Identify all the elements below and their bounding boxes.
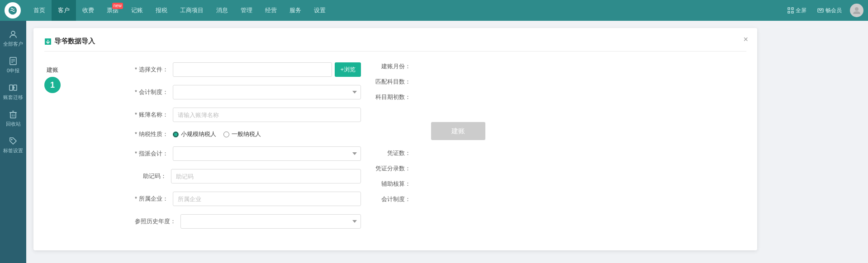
auxiliary-label: 辅助核算： [375,180,415,188]
declare-icon [9,56,18,66]
company-input[interactable] [173,192,361,206]
auxiliary-row: 辅助核算： [375,180,542,188]
fullscreen-icon [787,7,794,14]
nav-items: 首页 客户 收费 票据 new 记账 报税 工商项目 消息 管理 经营 服务 设… [27,0,785,21]
radio-general-taxpayer[interactable]: 一般纳税人 [223,130,261,138]
nav-service[interactable]: 服务 [283,0,308,21]
assign-accountant-label: * 指派会计： [135,150,173,158]
import-icon [44,38,52,45]
period-initial-row: 科目期初数： [375,93,542,101]
memo-code-label: 助记码： [135,172,171,180]
nav-setting[interactable]: 设置 [308,0,332,21]
nav-tax[interactable]: 报税 [149,0,174,21]
match-subjects-label: 匹配科目数： [375,78,415,86]
nav-home[interactable]: 首页 [27,0,52,21]
reference-year-row: 参照历史年度： [135,214,361,229]
svg-point-19 [11,139,13,141]
svg-point-7 [11,31,15,35]
reference-year-label: 参照历史年度： [135,217,180,225]
tax-type-label: * 纳税性质： [135,130,173,138]
sidebar: 全部客户 0申报 账套迁移 回收站 标签设置 [0,21,26,263]
sidebar-item-trash[interactable]: 回收站 [0,105,26,132]
accounting-system-label: * 会计制度： [135,88,173,96]
memo-code-input[interactable] [171,169,361,183]
tax-type-radio-group: 小规模纳税人 一般纳税人 [173,130,361,138]
svg-rect-13 [14,85,17,90]
tag-icon [9,136,18,146]
nav-manage[interactable]: 管理 [234,0,259,21]
ledger-name-input[interactable] [173,108,361,122]
form-right: 建账月份： 匹配科目数： 科目期初数： 建账 凭证数： [361,62,542,237]
svg-point-6 [855,7,859,11]
trash-icon [9,110,18,119]
voucher-entries-row: 凭证分录数： [375,164,542,173]
vip-icon [817,7,824,14]
nav-customer[interactable]: 客户 [52,0,76,21]
radio-general-input[interactable] [223,132,229,137]
accounting-system-select[interactable] [173,85,361,99]
sidebar-item-tags[interactable]: 标签设置 [0,132,26,159]
assign-accountant-select[interactable] [173,146,361,161]
company-label: * 所属企业： [135,195,173,203]
new-badge: new [112,3,123,9]
memo-code-row: 助记码： [135,169,361,183]
nav-fee[interactable]: 收费 [76,0,100,21]
svg-rect-4 [792,11,793,13]
form-layout: 建账 1 * 选择文件： +浏览 * 会计制度： [44,62,746,237]
assign-accountant-row: * 指派会计： [135,146,361,161]
select-file-group: +浏览 [173,62,361,77]
nav-message[interactable]: 消息 [210,0,234,21]
svg-rect-14 [10,113,16,118]
user-icon [9,30,18,39]
step-1: 建账 1 [44,66,61,93]
form-middle: * 选择文件： +浏览 * 会计制度： * 账簿名称： [135,62,361,237]
form-step-indicator: 建账 1 [44,62,117,237]
dialog-card: 导爷数据导入 × 建账 1 * 选择文件： +浏览 [33,28,757,250]
vip-button[interactable]: 畅会员 [815,6,844,15]
nav-business[interactable]: 工商项目 [174,0,210,21]
ledger-name-label: * 账簿名称： [135,111,173,119]
top-nav: 首页 客户 收费 票据 new 记账 报税 工商项目 消息 管理 经营 服务 设… [0,0,868,21]
svg-rect-2 [792,8,793,9]
accounting-system-row: * 会计制度： [135,85,361,99]
radio-small-taxpayer[interactable]: 小规模纳税人 [173,130,216,138]
svg-rect-1 [788,8,790,9]
build-month-row: 建账月份： [375,62,542,70]
voucher-entries-label: 凭证分录数： [375,164,415,173]
dialog-title: 导爷数据导入 [44,37,95,46]
sidebar-item-customers[interactable]: 全部客户 [0,25,26,52]
build-account-button[interactable]: 建账 [431,122,485,140]
nav-invoice[interactable]: 票据 new [100,0,125,21]
browse-button[interactable]: +浏览 [335,62,361,77]
dialog-header: 导爷数据导入 [44,37,746,52]
tax-type-row: * 纳税性质： 小规模纳税人 一般纳税人 [135,130,361,138]
build-month-label: 建账月份： [375,62,415,70]
sidebar-item-migrate[interactable]: 账套迁移 [0,79,26,105]
select-file-label: * 选择文件： [135,66,173,74]
period-initial-label: 科目期初数： [375,93,415,101]
logo[interactable] [5,2,21,19]
avatar[interactable] [850,4,863,17]
nav-operation[interactable]: 经营 [259,0,283,21]
right-accounting-system-row: 会计制度： [375,195,542,203]
right-accounting-system-label: 会计制度： [375,195,415,203]
select-file-input[interactable] [173,62,332,77]
radio-small-input[interactable] [173,132,179,137]
svg-rect-3 [788,11,790,13]
reference-year-select[interactable] [180,214,361,229]
sidebar-item-declare[interactable]: 0申报 [0,52,26,79]
company-row: * 所属企业： [135,192,361,206]
main-content: 导爷数据导入 × 建账 1 * 选择文件： +浏览 [26,21,868,263]
voucher-count-row: 凭证数： [375,149,542,157]
nav-bookkeep[interactable]: 记账 [125,0,149,21]
migrate-icon [9,83,18,92]
nav-right: 全屏 畅会员 [785,4,863,17]
avatar-icon [852,6,861,15]
close-button[interactable]: × [743,35,748,43]
match-subjects-row: 匹配科目数： [375,78,542,86]
fullscreen-button[interactable]: 全屏 [785,6,809,15]
voucher-count-label: 凭证数： [375,149,415,157]
ledger-name-row: * 账簿名称： [135,108,361,122]
svg-rect-12 [9,85,13,90]
select-file-row: * 选择文件： +浏览 [135,62,361,77]
